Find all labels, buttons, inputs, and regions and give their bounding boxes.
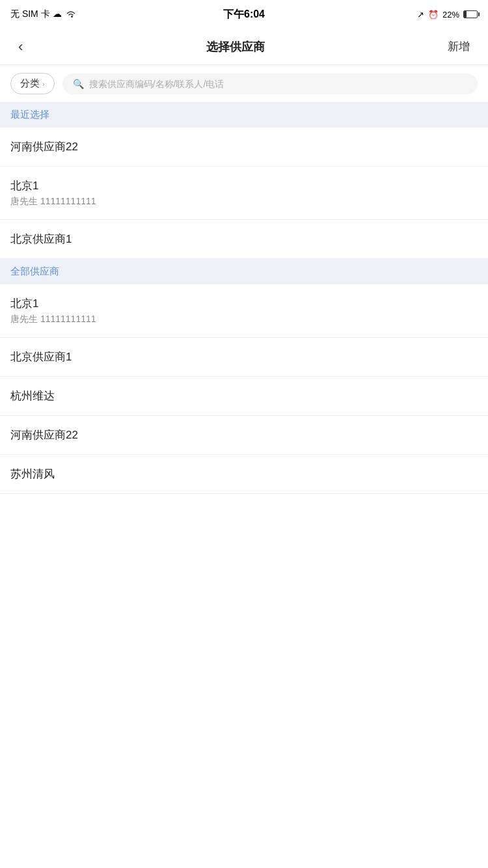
list-item[interactable]: 苏州清风 [0,455,488,494]
item-name: 北京1 [10,296,478,311]
chevron-right-icon: › [42,80,45,88]
battery-percent: 22% [442,10,459,20]
item-detail: 唐先生 11111111111 [10,196,478,208]
filter-bar: 分类 › 🔍 [0,65,488,102]
page-title: 选择供应商 [206,39,265,55]
list-item[interactable]: 北京1唐先生 11111111111 [0,284,488,338]
recent-section-header: 最近选择 [0,102,488,128]
recent-list: 河南供应商22北京1唐先生 11111111111北京供应商1 [0,128,488,259]
item-name: 苏州清风 [10,467,478,481]
status-right: ↗ ⏰ 22% [417,10,478,20]
wifi-icon [66,10,76,18]
status-time: 下午6:04 [223,8,265,21]
location-icon: ↗ [417,10,424,20]
list-item[interactable]: 杭州维达 [0,377,488,416]
status-bar: 无 SIM 卡 ☁ 下午6:04 ↗ ⏰ 22% [0,0,488,29]
item-name: 河南供应商22 [10,427,478,442]
sim-label: 无 SIM 卡 ☁ [10,8,62,20]
item-name: 北京供应商1 [10,349,478,364]
battery-icon [463,10,478,18]
list-item[interactable]: 北京供应商1 [0,220,488,259]
alarm-icon: ⏰ [428,10,439,20]
search-box: 🔍 [62,74,478,94]
all-list: 北京1唐先生 11111111111北京供应商1杭州维达河南供应商22苏州清风 [0,284,488,494]
list-item[interactable]: 河南供应商22 [0,128,488,167]
search-icon: 🔍 [73,79,84,89]
category-label: 分类 [20,77,40,90]
nav-bar: ‹ 选择供应商 新增 [0,29,488,65]
search-input[interactable] [89,79,467,89]
status-left: 无 SIM 卡 ☁ [10,8,76,20]
item-name: 河南供应商22 [10,139,478,154]
item-name: 北京1 [10,178,478,193]
back-button[interactable]: ‹ [13,33,28,61]
list-item[interactable]: 北京1唐先生 11111111111 [0,167,488,220]
category-button[interactable]: 分类 › [10,73,55,94]
add-button[interactable]: 新增 [442,34,475,59]
list-item[interactable]: 北京供应商1 [0,338,488,377]
all-section-header: 全部供应商 [0,259,488,284]
list-item[interactable]: 河南供应商22 [0,416,488,455]
item-detail: 唐先生 11111111111 [10,314,478,325]
item-name: 北京供应商1 [10,232,478,247]
item-name: 杭州维达 [10,388,478,403]
